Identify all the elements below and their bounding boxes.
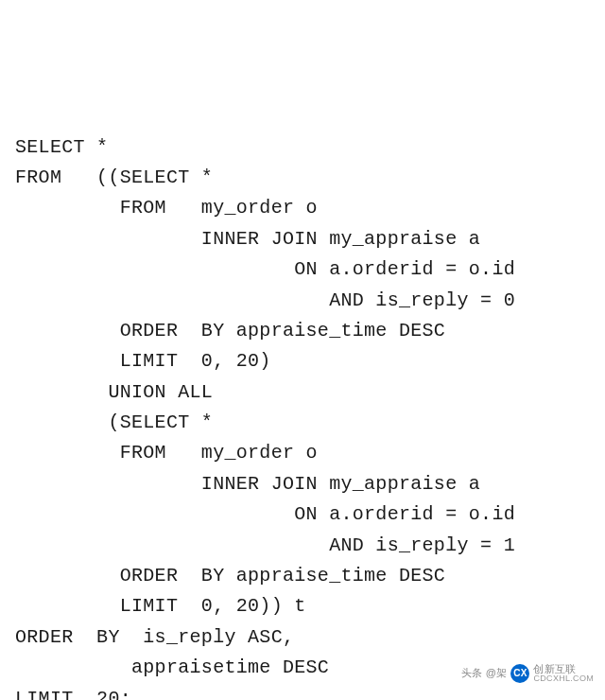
code-line: LIMIT 0, 20) <box>15 350 271 372</box>
code-line: ON a.orderid = o.id <box>15 503 515 525</box>
code-line: FROM ((SELECT * <box>15 166 213 188</box>
code-line: FROM my_order o <box>15 197 318 219</box>
code-line: FROM my_order o <box>15 442 318 464</box>
watermark-prefix: 头条 @架 <box>461 665 508 682</box>
code-line: AND is_reply = 1 <box>15 534 515 556</box>
sql-code-block: SELECT * FROM ((SELECT * FROM my_order o… <box>15 132 590 700</box>
code-line: LIMIT 20; <box>15 688 131 700</box>
watermark-sub: CDCXHL.COM <box>533 674 594 683</box>
code-line: ORDER BY appraise_time DESC <box>15 565 445 586</box>
watermark: 头条 @架 CX 创新互联 CDCXHL.COM <box>461 664 594 683</box>
code-line: AND is_reply = 0 <box>15 289 515 311</box>
code-line: UNION ALL <box>15 381 213 403</box>
code-line: appraisetime DESC <box>15 656 329 678</box>
code-line: INNER JOIN my_appraise a <box>15 228 480 250</box>
code-line: (SELECT * <box>15 411 213 433</box>
code-line: INNER JOIN my_appraise a <box>15 473 480 495</box>
code-line: ON a.orderid = o.id <box>15 258 515 280</box>
code-line: LIMIT 0, 20)) t <box>15 595 306 617</box>
code-line: ORDER BY is_reply ASC, <box>15 626 294 648</box>
code-line: SELECT * <box>15 136 108 158</box>
code-line: ORDER BY appraise_time DESC <box>15 320 445 341</box>
watermark-logo-icon: CX <box>510 664 529 683</box>
